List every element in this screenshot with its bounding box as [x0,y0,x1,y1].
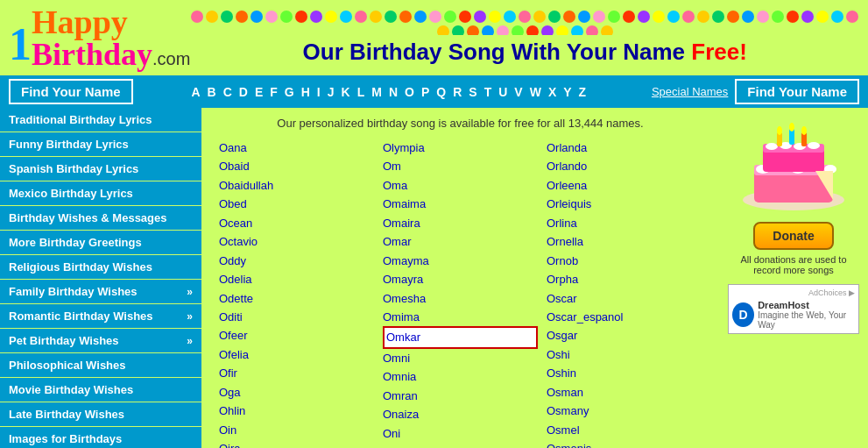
special-names-link[interactable]: Special Names [652,85,728,98]
alpha-link-O[interactable]: O [402,85,417,99]
alpha-link-A[interactable]: A [188,85,202,99]
alpha-link-F[interactable]: F [267,85,280,99]
name-link[interactable]: Omaira [383,214,538,232]
sidebar-item-4[interactable]: Birthday Wishes & Messages [0,206,201,230]
name-link[interactable]: Olympia [383,139,538,157]
name-link[interactable]: Omran [383,387,538,405]
name-link[interactable]: Oshi [547,345,702,364]
logo-one: 1 [9,18,32,70]
alpha-link-R[interactable]: R [450,85,464,99]
name-link[interactable]: Omkar [383,326,538,348]
sidebar-item-13[interactable]: Images for Birthdays [0,427,201,448]
name-link[interactable]: Osmany [547,402,702,420]
name-link[interactable]: Ornella [547,232,702,251]
name-link[interactable]: Orlanda [547,139,702,157]
name-link[interactable]: Orlando [547,157,702,175]
name-link[interactable]: Omayra [383,270,538,288]
name-link[interactable]: Oma [383,176,538,195]
name-link[interactable]: Oditi [219,308,374,326]
alpha-link-M[interactable]: M [369,85,385,99]
alpha-link-G[interactable]: G [282,85,297,99]
name-link[interactable]: Orlina [547,214,702,232]
name-link[interactable]: Om [383,157,538,175]
sidebar-item-2[interactable]: Spanish Birthday Lyrics [0,157,201,181]
name-link[interactable]: Onkar [383,443,538,448]
alpha-link-C[interactable]: C [221,85,235,99]
alpha-link-X[interactable]: X [546,85,559,99]
name-link[interactable]: Omnia [383,367,538,386]
name-link[interactable]: Obed [219,195,374,213]
alpha-link-K[interactable]: K [339,85,353,99]
name-link[interactable]: Oga [219,383,374,402]
donate-button[interactable]: Donate [753,222,833,250]
sidebar-item-label: Family Birthday Wishes [9,285,138,298]
name-link[interactable]: Osmel [547,421,702,439]
name-link[interactable]: Ofelia [219,345,374,364]
name-link[interactable]: Ofir [219,364,374,382]
name-link[interactable]: Omima [383,308,538,326]
name-link[interactable]: Odette [219,289,374,308]
name-link[interactable]: Oscar_espanol [547,308,702,326]
name-link[interactable]: Orpha [547,270,702,288]
find-name-left-button[interactable]: Find Your Name [9,79,133,104]
sidebar-item-6[interactable]: Religious Birthday Wishes [0,255,201,279]
name-link[interactable]: Omaima [383,195,538,213]
name-link[interactable]: Oddy [219,252,374,270]
alpha-link-V[interactable]: V [512,85,525,99]
alpha-link-W[interactable]: W [527,85,544,99]
name-link[interactable]: Oana [219,139,374,157]
alpha-link-L[interactable]: L [355,85,368,99]
alpha-link-Q[interactable]: Q [434,85,448,99]
alpha-link-D[interactable]: D [236,85,251,99]
name-link[interactable]: Ocean [219,214,374,232]
name-link[interactable]: Octavio [219,232,374,251]
alpha-link-U[interactable]: U [496,85,510,99]
alpha-link-H[interactable]: H [299,85,313,99]
name-link[interactable]: Orleiquis [547,195,702,213]
sidebar-item-8[interactable]: Romantic Birthday Wishes» [0,304,201,328]
sidebar-item-0[interactable]: Traditional Birthday Lyrics [0,108,201,132]
sidebar-item-10[interactable]: Philosophical Wishes [0,353,201,377]
find-name-right-button[interactable]: Find Your Name [735,79,859,104]
name-link[interactable]: Oni [383,424,538,443]
name-link[interactable]: Omar [383,232,538,251]
sidebar-item-12[interactable]: Late Birthday Wishes [0,402,201,426]
name-link[interactable]: Omesha [383,289,538,308]
name-link[interactable]: Oscar [547,289,702,308]
name-link[interactable]: Oin [219,421,374,439]
alpha-link-S[interactable]: S [466,85,479,99]
name-link[interactable]: Osmenis [547,439,702,448]
sidebar-item-9[interactable]: Pet Birthday Wishes» [0,329,201,352]
alpha-link-P[interactable]: P [419,85,432,99]
name-link[interactable]: Obaid [219,157,374,175]
name-link[interactable]: Onaiza [383,405,538,423]
alpha-link-E[interactable]: E [252,85,265,99]
name-link[interactable]: Omayma [383,252,538,270]
name-link[interactable]: Omni [383,349,538,367]
svg-point-10 [766,143,778,150]
sidebar-item-1[interactable]: Funny Birthday Lyrics [0,132,201,156]
advertisement-box[interactable]: AdChoices ▶ D DreamHost Imagine the Web,… [728,284,859,334]
name-link[interactable]: Oshin [547,364,702,382]
name-link[interactable]: Ofeer [219,326,374,345]
donate-text: All donations are used to record more so… [728,254,859,275]
name-link[interactable]: Orleena [547,176,702,195]
sidebar-item-5[interactable]: More Birthday Greetings [0,231,201,254]
name-link[interactable]: Osgar [547,326,702,345]
sidebar-item-11[interactable]: Movie Birthday Wishes [0,378,201,402]
name-link[interactable]: Ornob [547,252,702,270]
name-link[interactable]: Odelia [219,270,374,288]
alpha-link-I[interactable]: I [314,85,323,99]
alpha-link-J[interactable]: J [325,85,337,99]
alpha-link-T[interactable]: T [482,85,495,99]
alpha-link-B[interactable]: B [205,85,219,99]
alpha-link-Z[interactable]: Z [576,85,589,99]
alpha-link-N[interactable]: N [386,85,400,99]
name-link[interactable]: Ohlin [219,402,374,420]
name-link[interactable]: Oira [219,439,374,448]
name-link[interactable]: Osman [547,383,702,402]
sidebar-item-7[interactable]: Family Birthday Wishes» [0,280,201,303]
alpha-link-Y[interactable]: Y [561,85,574,99]
sidebar-item-3[interactable]: Mexico Birthday Lyrics [0,181,201,205]
name-link[interactable]: Obaidullah [219,176,374,195]
